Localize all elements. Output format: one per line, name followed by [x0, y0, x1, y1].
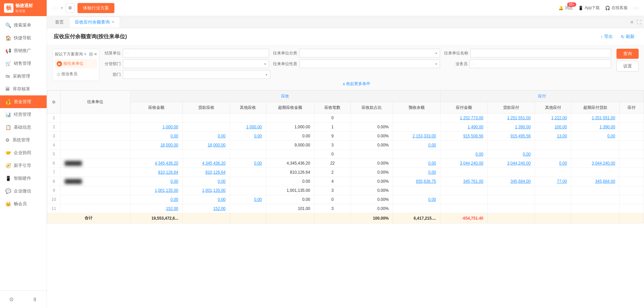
cell-ar-prepay[interactable]: 0.00	[393, 195, 440, 204]
cell-ap-loan[interactable]: 1,251,551.00	[488, 114, 535, 123]
cell-ap-loan[interactable]	[488, 186, 535, 195]
cell-ar-prepay[interactable]: 0.00	[393, 159, 440, 168]
cell-ap-overdue[interactable]	[571, 141, 620, 150]
cell-ar-loan[interactable]: 0.00	[182, 132, 230, 141]
cell-ap-other[interactable]	[535, 204, 571, 213]
cell-ar-amount[interactable]: 18,000.00	[130, 141, 182, 150]
cell-ap-other[interactable]: 0.00	[535, 159, 571, 168]
table-settings-icon[interactable]: ⚙	[52, 100, 56, 104]
user-info[interactable]: ·····	[633, 6, 639, 10]
cell-ap-amount[interactable]	[440, 204, 488, 213]
cell-ap-amount[interactable]: 345,761.00	[440, 177, 488, 186]
notification-item[interactable]: 🔔 消息 99+	[558, 5, 573, 11]
cell-ar-prepay[interactable]: 655,636.75	[393, 177, 440, 186]
tab-home[interactable]: 首页	[50, 17, 69, 27]
tab-close-window-btn[interactable]: ✕	[630, 19, 634, 25]
breadcrumb-dropdown-icon[interactable]: ▾	[61, 6, 63, 10]
cell-ap-loan[interactable]	[488, 195, 535, 204]
cell-ap-loan[interactable]: 1,390.00	[488, 123, 535, 132]
cell-ar-amount[interactable]: 0.00	[130, 177, 182, 186]
cell-ar-amount[interactable]: 0.00	[130, 132, 182, 141]
cell-ar-other[interactable]: 0.00	[230, 195, 266, 204]
sidebar-item-sales[interactable]: 🛒 销售管理	[0, 57, 47, 70]
cell-ap-amount[interactable]: 3,044,240.00	[440, 159, 488, 168]
sidebar-item-search[interactable]: 🔍 搜索菜单	[0, 19, 47, 32]
cell-ap-other[interactable]: 77.00	[535, 177, 571, 186]
setting-button[interactable]: 设置	[616, 61, 639, 72]
sidebar-item-quicknav[interactable]: 🏠 快捷导航	[0, 32, 47, 44]
cell-ap-amount[interactable]: 915,508.56	[440, 132, 488, 141]
cell-ar-amount[interactable]	[130, 150, 182, 159]
collapse-button[interactable]: ∧ 收起更多条件	[342, 81, 370, 87]
cell-ar-prepay[interactable]: 2,153,333.00	[393, 132, 440, 141]
cell-ap-other[interactable]: 1,222.00	[535, 114, 571, 123]
app-download-item[interactable]: 📱 App下载	[578, 5, 600, 11]
cell-ap-other[interactable]: 13.00	[535, 132, 571, 141]
cell-ap-loan[interactable]	[488, 141, 535, 150]
sidebar-item-wechat[interactable]: 💬 企业微信	[0, 185, 47, 197]
cell-ap-amount[interactable]	[440, 186, 488, 195]
partner-nature-select[interactable]: ▾	[299, 59, 440, 68]
cell-ar-loan[interactable]: 0.00	[182, 195, 230, 204]
cell-ap-amount[interactable]	[440, 141, 488, 150]
scheme-collapse-btn[interactable]: «	[94, 51, 97, 57]
try-industry-button[interactable]: 体验行业方案	[77, 3, 114, 13]
cell-ar-loan[interactable]: 152.00	[182, 204, 230, 213]
footer-ar-prepay[interactable]: 6,417,215....	[393, 213, 440, 223]
cell-ap-overdue[interactable]	[571, 204, 620, 213]
cell-ar-amount[interactable]: 0.00	[130, 195, 182, 204]
cell-ap-other[interactable]	[535, 141, 571, 150]
cell-ar-loan[interactable]	[182, 114, 230, 123]
sidebar-item-member[interactable]: 👑 畅会员	[0, 197, 47, 210]
query-button[interactable]: 查询	[616, 49, 639, 59]
cell-ar-amount[interactable]: 152.00	[130, 204, 182, 213]
cell-ar-other[interactable]: 0.00	[230, 159, 266, 168]
salesperson-input[interactable]: ···	[470, 59, 611, 68]
collapse-sidebar-btn[interactable]: ⏸	[30, 294, 40, 305]
sidebar-item-marketing[interactable]: 📢 营销推广	[0, 44, 47, 57]
cell-ar-loan[interactable]: 4,345,436.20	[182, 159, 230, 168]
cell-ar-loan[interactable]: 18,000.00	[182, 141, 230, 150]
cell-ar-prepay[interactable]: 0.00	[393, 141, 440, 150]
cell-ap-other[interactable]	[535, 168, 571, 177]
cell-ar-loan[interactable]: 0.00	[182, 177, 230, 186]
cell-ap-amount[interactable]	[440, 168, 488, 177]
cell-ap-loan[interactable]	[488, 204, 535, 213]
gear-button[interactable]: ⚙	[65, 3, 75, 13]
cell-ap-loan[interactable]: 915,495.56	[488, 132, 535, 141]
footer-ar-amount[interactable]: 19,553,472,6...	[130, 213, 182, 223]
cell-ap-other[interactable]	[535, 186, 571, 195]
cell-ar-other[interactable]	[230, 114, 266, 123]
add-scheme-btn[interactable]: ＋	[83, 51, 88, 57]
partner-category-select[interactable]: ▾	[299, 49, 440, 57]
tab-expand-btn[interactable]: ⛶	[637, 19, 641, 25]
cell-ar-amount[interactable]: 1,000.00	[130, 123, 182, 132]
sidebar-item-system[interactable]: ⚙ 系统管理	[0, 134, 47, 146]
sidebar-item-basic[interactable]: 📋 基础信息	[0, 121, 47, 134]
sidebar-item-inventory[interactable]: 🏛 库存核算	[0, 83, 47, 95]
cell-ap-overdue[interactable]: 1,390.00	[571, 123, 620, 132]
tab-close-icon[interactable]: ✕	[112, 20, 114, 24]
cell-ap-overdue[interactable]	[571, 195, 620, 204]
cell-ap-other[interactable]	[535, 150, 571, 159]
cell-ar-other[interactable]	[230, 177, 266, 186]
cell-ar-other[interactable]	[230, 204, 266, 213]
cell-ap-loan[interactable]: 0.00	[488, 150, 535, 159]
sidebar-item-hardware[interactable]: 📱 智能硬件	[0, 172, 47, 185]
cell-ap-overdue[interactable]	[571, 186, 620, 195]
cell-ar-amount[interactable]: 1,001,135.00	[130, 186, 182, 195]
sidebar-item-business[interactable]: 📊 经营管理	[0, 108, 47, 121]
cell-ar-amount[interactable]: 810,126.64	[130, 168, 182, 177]
cell-ar-loan[interactable]: 810,126.64	[182, 168, 230, 177]
cell-ap-overdue[interactable]	[571, 168, 620, 177]
cell-ar-other[interactable]: 1,000.00	[230, 123, 266, 132]
cell-ar-other[interactable]	[230, 141, 266, 150]
dept2-select[interactable]: ▾	[123, 70, 270, 79]
cell-ap-loan[interactable]	[488, 168, 535, 177]
cell-ap-loan[interactable]: 345,684.00	[488, 177, 535, 186]
nav-item-salesperson[interactable]: ◷ 按业务员	[55, 70, 97, 79]
cell-ap-other[interactable]: 100.00	[535, 123, 571, 132]
cell-ar-other[interactable]	[230, 186, 266, 195]
cell-ar-other[interactable]: 0.00	[230, 132, 266, 141]
cell-ap-overdue[interactable]	[571, 150, 620, 159]
